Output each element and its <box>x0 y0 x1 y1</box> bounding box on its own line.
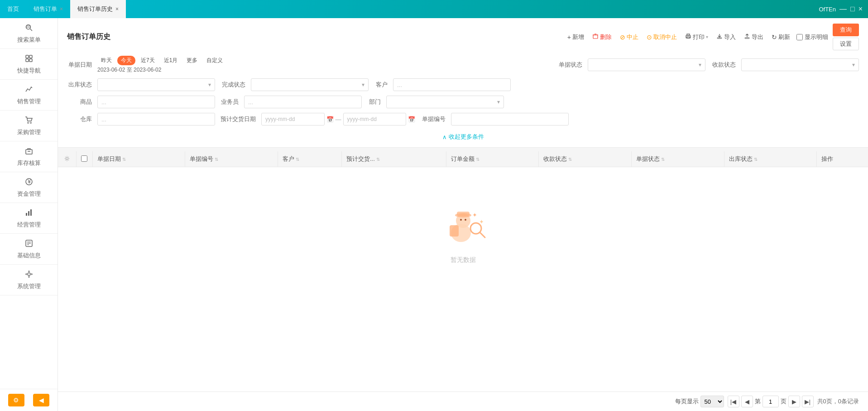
date-filter-control: 昨天 今天 近7天 近1月 更多 自定义 2023-06-02 至 2023-0… <box>97 56 552 74</box>
stop-button[interactable]: ⊘ 中止 <box>618 32 640 42</box>
sidebar-item-operations[interactable]: 经营管理 <box>0 203 58 234</box>
expected-date-from[interactable]: yyyy-mm-dd <box>261 113 325 126</box>
dqb-today[interactable]: 今天 <box>117 56 135 65</box>
sidebar-item-label: 基础信息 <box>17 251 41 260</box>
sys-mgmt-icon <box>25 270 33 280</box>
customer-ellipsis[interactable]: ... <box>397 82 402 88</box>
sidebar-item-basic-info[interactable]: 基础信息 <box>0 234 58 265</box>
th-customer[interactable]: 客户⇅ <box>278 151 341 167</box>
export-button[interactable]: 导出 <box>742 32 765 42</box>
sidebar-collapse-btn[interactable]: ◀ <box>33 394 49 406</box>
cancel-stop-button[interactable]: ⊙ 取消中止 <box>645 32 679 42</box>
svg-rect-7 <box>29 59 32 62</box>
dept-label: 部门 <box>367 98 381 106</box>
th-receipt-status[interactable]: 收款状态⇅ <box>539 151 632 167</box>
date-range-text: 2023-06-02 至 2023-06-02 <box>97 66 226 74</box>
close-window-icon[interactable]: × <box>858 5 863 13</box>
customer-label: 客户 <box>374 81 388 89</box>
th-checkbox[interactable] <box>76 151 92 167</box>
prev-page-btn[interactable]: ◀ <box>741 396 753 407</box>
customer-input[interactable]: ... <box>393 78 511 91</box>
close-tab-sales-history[interactable]: × <box>115 6 119 12</box>
sidebar-item-finance[interactable]: ¥ 资金管理 <box>0 172 58 203</box>
calendar-icon-2[interactable]: 📅 <box>408 116 415 123</box>
svg-rect-29 <box>745 38 749 39</box>
salesperson-input[interactable]: ... <box>244 96 362 108</box>
tab-home[interactable]: 首页 <box>0 0 26 18</box>
import-button[interactable]: 导入 <box>715 32 738 42</box>
cancel-stop-icon: ⊙ <box>647 34 652 41</box>
complete-status-select[interactable]: ▾ <box>251 78 369 91</box>
delete-button[interactable]: 删除 <box>590 32 614 42</box>
maximize-icon[interactable]: □ <box>850 5 855 13</box>
sidebar-item-label: 销售管理 <box>17 97 41 106</box>
sidebar-item-label: 快捷导航 <box>17 67 41 75</box>
sidebar-settings-btn[interactable]: ⚙ <box>8 394 24 406</box>
page-input[interactable] <box>762 396 779 407</box>
product-input[interactable]: ... <box>97 96 215 108</box>
th-doc-status[interactable]: 单据状态⇅ <box>632 151 724 167</box>
display-detail-checkbox[interactable] <box>796 34 803 40</box>
th-expected-date[interactable]: 预计交货...⇅ <box>341 151 446 167</box>
page-label: 第 <box>755 397 761 406</box>
svg-point-36 <box>460 219 462 221</box>
dqb-more[interactable]: 更多 <box>183 56 201 65</box>
sidebar-item-inventory[interactable]: 库存核算 <box>0 141 58 172</box>
select-all-checkbox[interactable] <box>81 155 87 162</box>
svg-point-37 <box>465 219 466 221</box>
receipt-status-select[interactable]: ▾ <box>741 58 859 71</box>
svg-rect-39 <box>457 212 470 216</box>
warehouse-ellipsis[interactable]: ... <box>101 116 106 123</box>
product-ellipsis[interactable]: ... <box>101 99 106 106</box>
new-button[interactable]: + 新增 <box>566 32 586 42</box>
svg-rect-28 <box>717 38 722 39</box>
dqb-7days[interactable]: 近7天 <box>137 56 158 65</box>
sidebar-item-search-menu[interactable]: 搜索菜单 <box>0 18 58 49</box>
dqb-custom[interactable]: 自定义 <box>203 56 226 65</box>
th-operation: 操作 <box>817 151 868 167</box>
svg-line-1 <box>30 29 32 31</box>
tab-sales-history[interactable]: 销售订单历史 × <box>70 0 126 18</box>
page-title-row: 销售订单历史 + 新增 删除 ⊘ 中止 <box>67 24 859 50</box>
sort-icon: ⇅ <box>568 157 572 162</box>
sidebar-item-purchase-mgmt[interactable]: 采购管理 <box>0 111 58 141</box>
refresh-button[interactable]: ↻ 刷新 <box>770 32 792 42</box>
tab-sales-order[interactable]: 销售订单 × <box>26 0 70 18</box>
th-warehouse-status[interactable]: 出库状态⇅ <box>724 151 817 167</box>
first-page-btn[interactable]: |◀ <box>728 396 739 407</box>
dept-select[interactable]: ▾ <box>386 96 504 108</box>
close-tab-sales-order[interactable]: × <box>60 6 63 12</box>
empty-state: ✦ ✦ 暂无数据 <box>58 167 868 300</box>
minimize-icon[interactable]: — <box>839 5 847 13</box>
query-button[interactable]: 查询 <box>833 24 859 36</box>
warehouse-input[interactable]: ... <box>97 113 215 126</box>
svg-rect-16 <box>30 209 32 216</box>
doc-status-select[interactable]: ▾ <box>588 58 705 71</box>
th-doc-date[interactable]: 单据日期⇅ <box>92 151 185 167</box>
per-page-dropdown[interactable]: 50 10 20 100 <box>700 396 724 407</box>
print-button[interactable]: 打印 ▾ <box>683 32 710 42</box>
expected-date-to[interactable]: yyyy-mm-dd <box>343 113 407 126</box>
dqb-yesterday[interactable]: 昨天 <box>97 56 115 65</box>
calendar-icon-1[interactable]: 📅 <box>326 116 334 123</box>
next-page-btn[interactable]: ▶ <box>788 396 800 407</box>
svg-point-30 <box>66 157 68 160</box>
chevron-down-icon: ▾ <box>852 62 855 68</box>
th-order-amount[interactable]: 订单金额⇅ <box>446 151 539 167</box>
settings-button[interactable]: 设置 <box>833 38 859 50</box>
refresh-icon: ↻ <box>772 34 777 41</box>
sidebar-item-sys-mgmt[interactable]: 系统管理 <box>0 265 58 295</box>
sidebar-item-sales-mgmt[interactable]: 销售管理 <box>0 80 58 111</box>
th-doc-number[interactable]: 单据编号⇅ <box>185 151 278 167</box>
sidebar-item-quick-nav[interactable]: 快捷导航 <box>0 49 58 80</box>
salesperson-ellipsis[interactable]: ... <box>248 99 253 106</box>
doc-number-input[interactable] <box>451 113 569 126</box>
dqb-1month[interactable]: 近1月 <box>160 56 182 65</box>
last-page-btn[interactable]: ▶| <box>802 396 814 407</box>
collapse-row[interactable]: ∧ 收起更多条件 <box>67 130 859 143</box>
page-size-select: 每页显示 50 10 20 100 <box>675 396 724 407</box>
chevron-down-icon: ▾ <box>699 62 701 68</box>
per-page-label: 每页显示 <box>675 397 699 406</box>
warehouse-status-select[interactable]: ▾ <box>97 78 215 91</box>
status-label: 单据状态 <box>557 61 582 69</box>
